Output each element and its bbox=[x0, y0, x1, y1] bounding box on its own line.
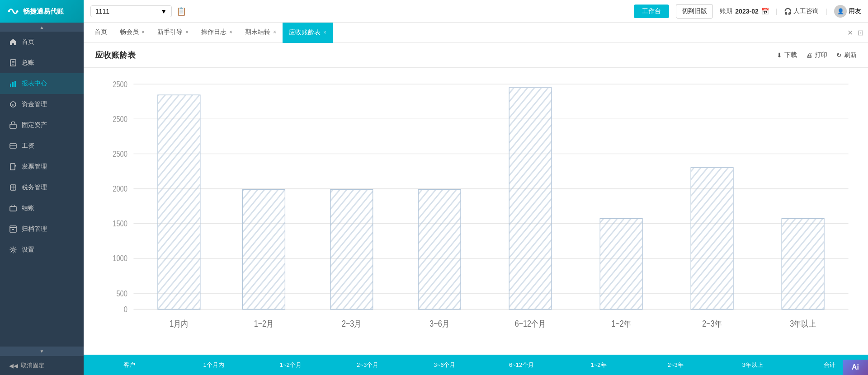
svg-text:2~3年: 2~3年 bbox=[702, 319, 722, 329]
avatar: 👤 bbox=[834, 5, 847, 18]
svg-text:500: 500 bbox=[116, 289, 127, 298]
svg-rect-18 bbox=[10, 206, 16, 211]
tab-close-guide[interactable]: × bbox=[185, 29, 189, 35]
expand-tab-button[interactable]: ⊡ bbox=[858, 28, 863, 37]
sidebar: ▲ 首页 总账 bbox=[0, 23, 84, 375]
page-title: 应收账龄表 bbox=[95, 50, 136, 61]
print-button[interactable]: 🖨 打印 bbox=[806, 51, 827, 59]
svg-rect-50 bbox=[600, 219, 642, 309]
ai-badge[interactable]: Ai bbox=[843, 360, 868, 375]
svg-rect-54 bbox=[782, 219, 824, 309]
svg-rect-14 bbox=[10, 164, 15, 170]
svg-text:1000: 1000 bbox=[113, 254, 127, 263]
svg-rect-42 bbox=[243, 189, 285, 309]
svg-text:1~2年: 1~2年 bbox=[611, 319, 631, 329]
svg-text:0: 0 bbox=[124, 305, 127, 314]
svg-text:2~3月: 2~3月 bbox=[342, 319, 362, 329]
scroll-up-button[interactable]: ▲ bbox=[0, 23, 84, 32]
tab-close-ar-aging[interactable]: × bbox=[323, 29, 326, 36]
tabs-bar: 首页 畅会员 × 新手引导 × 操作日志 × 期末结转 × 应收账龄表 × bbox=[84, 23, 868, 43]
svg-text:1~2月: 1~2月 bbox=[254, 319, 274, 329]
close-tab-button[interactable]: ✕ bbox=[847, 28, 853, 37]
tab-oplog[interactable]: 操作日志 × bbox=[195, 23, 239, 43]
sidebar-item-funds[interactable]: ¥ 资金管理 bbox=[0, 94, 84, 115]
tab-close-member[interactable]: × bbox=[142, 29, 145, 35]
col-2-3year: 2~3年 bbox=[637, 361, 714, 369]
page-content: 应收账龄表 ⬇ 下载 🖨 打印 ↻ 刷新 bbox=[84, 43, 868, 375]
svg-text:1500: 1500 bbox=[113, 219, 127, 228]
scroll-down-button[interactable]: ▼ bbox=[0, 347, 84, 356]
workbench-button[interactable]: 工作台 bbox=[634, 5, 669, 18]
svg-text:1月内: 1月内 bbox=[170, 319, 189, 329]
sidebar-label: 报表中心 bbox=[22, 80, 47, 88]
sidebar-label: 发票管理 bbox=[22, 163, 47, 171]
col-1month: 1个月内 bbox=[175, 361, 252, 369]
svg-rect-40 bbox=[158, 95, 200, 309]
tab-guide[interactable]: 新手引导 × bbox=[151, 23, 195, 43]
tab-close-oplog[interactable]: × bbox=[229, 29, 232, 35]
svg-rect-46 bbox=[418, 189, 461, 309]
download-button[interactable]: ⬇ 下载 bbox=[777, 51, 797, 59]
consult-button[interactable]: 🎧 人工咨询 bbox=[784, 7, 819, 15]
col-6-12month: 6~12个月 bbox=[483, 361, 560, 369]
sidebar-item-settings[interactable]: 设置 bbox=[0, 239, 84, 260]
sidebar-label: 工资 bbox=[22, 142, 34, 150]
refresh-icon: ↻ bbox=[836, 52, 842, 59]
switch-button[interactable]: 切到旧版 bbox=[676, 4, 713, 19]
svg-rect-7 bbox=[12, 82, 14, 87]
print-icon: 🖨 bbox=[806, 52, 812, 59]
svg-rect-11 bbox=[10, 124, 16, 128]
svg-rect-6 bbox=[10, 84, 11, 87]
refresh-button[interactable]: ↻ 刷新 bbox=[836, 51, 857, 59]
col-customer: 客户 bbox=[84, 361, 175, 369]
tab-home[interactable]: 首页 bbox=[88, 23, 113, 43]
tax-icon bbox=[9, 183, 17, 192]
col-3-6month: 3~6个月 bbox=[406, 361, 483, 369]
svg-point-0 bbox=[8, 10, 10, 13]
funds-icon: ¥ bbox=[9, 100, 17, 108]
sidebar-item-invoice[interactable]: 发票管理 bbox=[0, 156, 84, 177]
calendar-icon[interactable]: 📋 bbox=[176, 6, 186, 16]
svg-rect-52 bbox=[691, 168, 733, 309]
chart-area: 2500 2500 2500 2000 1500 1000 500 0 bbox=[84, 68, 868, 355]
sidebar-item-assets[interactable]: 固定资产 bbox=[0, 115, 84, 136]
company-select[interactable]: 1111 ▼ bbox=[90, 5, 172, 17]
invoice-icon bbox=[9, 163, 17, 171]
svg-point-22 bbox=[12, 249, 14, 251]
sidebar-item-reports[interactable]: 报表中心 bbox=[0, 73, 84, 94]
svg-text:¥: ¥ bbox=[11, 103, 14, 107]
svg-rect-44 bbox=[330, 189, 373, 309]
svg-rect-12 bbox=[10, 144, 16, 148]
sidebar-item-archive[interactable]: 归档管理 bbox=[0, 219, 84, 239]
sidebar-label: 固定资产 bbox=[22, 121, 47, 129]
tab-ar-aging[interactable]: 应收账龄表 × bbox=[283, 23, 333, 43]
col-2-3month: 2~3个月 bbox=[329, 361, 406, 369]
svg-text:2000: 2000 bbox=[113, 184, 127, 193]
assets-icon bbox=[9, 121, 17, 129]
tab-period-end[interactable]: 期末结转 × bbox=[239, 23, 283, 43]
sidebar-label: 税务管理 bbox=[22, 183, 47, 192]
period-area: 账期 2023-02 📅 bbox=[720, 7, 769, 15]
sidebar-item-home[interactable]: 首页 bbox=[0, 32, 84, 52]
tabs-actions: ✕ ⊡ bbox=[847, 28, 863, 37]
logo-text: 畅捷通易代账 bbox=[23, 7, 64, 16]
sidebar-label: 设置 bbox=[22, 246, 34, 254]
user-button[interactable]: 👤 用友 bbox=[834, 5, 861, 18]
svg-text:2500: 2500 bbox=[113, 114, 127, 123]
chart-svg: 2500 2500 2500 2000 1500 1000 500 0 bbox=[97, 77, 854, 346]
tab-member[interactable]: 畅会员 × bbox=[113, 23, 151, 43]
sidebar-item-checkout[interactable]: 结账 bbox=[0, 198, 84, 219]
svg-rect-20 bbox=[10, 226, 16, 228]
sidebar-item-tax[interactable]: 税务管理 bbox=[0, 177, 84, 198]
tab-close-period-end[interactable]: × bbox=[273, 29, 276, 35]
col-3plus-year: 3年以上 bbox=[714, 361, 791, 369]
sidebar-label: 结账 bbox=[22, 204, 34, 212]
archive-icon bbox=[9, 225, 17, 233]
sidebar-item-salary[interactable]: 工资 bbox=[0, 136, 84, 156]
cancel-fixed-button[interactable]: ◀◀ 取消固定 bbox=[0, 356, 84, 375]
sidebar-label: 资金管理 bbox=[22, 100, 47, 108]
sidebar-label: 首页 bbox=[22, 38, 34, 46]
sidebar-label: 总账 bbox=[22, 59, 34, 67]
page-header: 应收账龄表 ⬇ 下载 🖨 打印 ↻ 刷新 bbox=[84, 43, 868, 68]
sidebar-item-ledger[interactable]: 总账 bbox=[0, 52, 84, 73]
